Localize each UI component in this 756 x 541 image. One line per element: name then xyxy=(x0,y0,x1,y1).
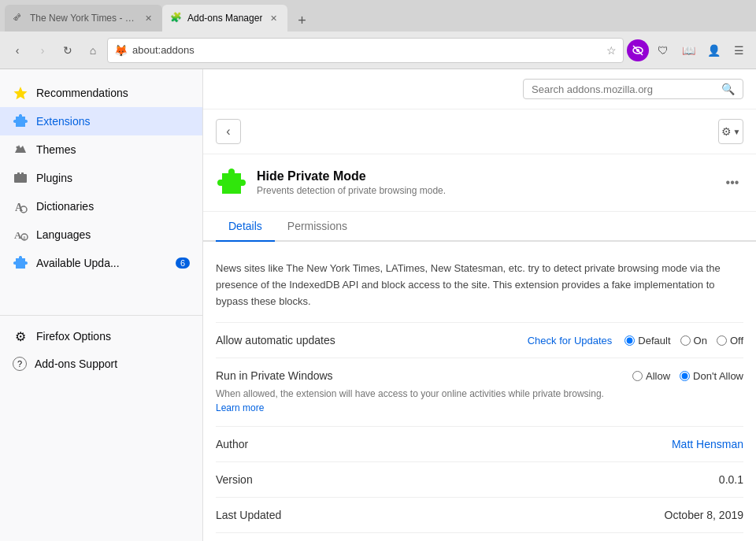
radio-allow-input[interactable] xyxy=(632,371,643,381)
author-label: Author xyxy=(216,438,248,450)
private-row: Run in Private Windows Allow Don't Allow xyxy=(216,369,743,382)
shield-icon[interactable]: 🛡 xyxy=(652,39,674,61)
allow-updates-row: Allow automatic updates Check for Update… xyxy=(216,323,743,358)
radio-allow-option[interactable]: Allow xyxy=(632,370,670,382)
tab-permissions[interactable]: Permissions xyxy=(275,212,360,242)
author-value[interactable]: Matt Hensman xyxy=(672,438,743,450)
sidebar-item-plugins[interactable]: Plugins xyxy=(0,164,202,192)
sidebar-dictionaries-label: Dictionaries xyxy=(36,200,94,213)
radio-on-input[interactable] xyxy=(680,335,691,346)
addon-name: Hide Private Mode xyxy=(257,169,712,183)
sidebar-themes-label: Themes xyxy=(36,143,76,156)
detail-header: ‹ ⚙ ▼ xyxy=(203,109,756,154)
learn-more-link[interactable]: Learn more xyxy=(216,402,264,413)
nyt-tab-close[interactable]: ✕ xyxy=(142,12,154,24)
tab-details[interactable]: Details xyxy=(216,212,275,242)
tab-bar: 🗞 The New York Times - Breaking ✕ 🧩 Add-… xyxy=(0,0,756,31)
content-area: Recommendations Extensions Themes xyxy=(0,69,756,541)
addons-tab[interactable]: 🧩 Add-ons Manager ✕ xyxy=(162,5,287,31)
plugins-icon xyxy=(13,170,28,186)
sidebar-item-languages[interactable]: A a Languages xyxy=(0,220,202,249)
recommendations-icon xyxy=(13,85,28,101)
radio-off-input[interactable] xyxy=(717,335,727,346)
nyt-tab-title: The New York Times - Breaking xyxy=(30,13,137,24)
firefox-options-icon: ⚙ xyxy=(13,328,28,344)
back-button-detail[interactable]: ‹ xyxy=(216,119,241,144)
search-icon: 🔍 xyxy=(721,83,735,95)
radio-allow-label: Allow xyxy=(646,370,670,382)
profile-icon[interactable]: 👤 xyxy=(702,39,724,61)
refresh-button[interactable]: ↻ xyxy=(57,39,79,61)
sidebar-available-updates-label: Available Upda... xyxy=(36,257,120,269)
gear-settings-button[interactable]: ⚙ ▼ xyxy=(718,119,743,144)
sidebar-item-recommendations[interactable]: Recommendations xyxy=(0,79,202,107)
sidebar-item-dictionaries[interactable]: A Dictionaries xyxy=(0,192,202,220)
svg-text:A: A xyxy=(15,202,24,213)
addon-icon xyxy=(216,167,247,198)
menu-button[interactable]: ☰ xyxy=(728,39,750,61)
sidebar-plugins-label: Plugins xyxy=(36,172,72,184)
sidebar-item-firefox-options[interactable]: ⚙ Firefox Options xyxy=(0,322,202,350)
last-updated-row: Last Updated October 8, 2019 xyxy=(216,498,743,533)
radio-on-option[interactable]: On xyxy=(680,335,707,346)
run-private-label: Run in Private Windows xyxy=(216,369,333,382)
check-updates-link[interactable]: Check for Updates xyxy=(528,335,613,346)
sidebar-item-available-updates[interactable]: Available Upda... 6 xyxy=(0,249,202,277)
last-updated-value: October 8, 2019 xyxy=(665,509,743,521)
radio-default-option[interactable]: Default xyxy=(624,335,670,346)
gear-dropdown-icon: ▼ xyxy=(733,128,741,136)
available-updates-icon xyxy=(13,255,28,271)
update-radio-group: Default On Off xyxy=(624,335,743,346)
radio-dontallow-option[interactable]: Don't Allow xyxy=(680,370,743,382)
radio-off-option[interactable]: Off xyxy=(717,335,743,346)
private-radio-group: Allow Don't Allow xyxy=(632,370,743,382)
forward-button[interactable]: › xyxy=(32,39,54,61)
languages-icon: A a xyxy=(13,227,28,243)
dictionaries-icon: A xyxy=(13,198,28,214)
private-note: When allowed, the extension will have ac… xyxy=(216,387,743,415)
sidebar-divider xyxy=(0,315,202,316)
nyt-favicon: 🗞 xyxy=(13,12,25,24)
sidebar-languages-label: Languages xyxy=(36,228,91,241)
browser-chrome: 🗞 The New York Times - Breaking ✕ 🧩 Add-… xyxy=(0,0,756,69)
firefox-icon: 🦊 xyxy=(114,44,128,57)
private-browsing-icon xyxy=(627,39,649,61)
sidebar-recommendations-label: Recommendations xyxy=(36,87,128,99)
radio-default-input[interactable] xyxy=(624,335,635,346)
radio-on-label: On xyxy=(694,335,707,346)
home-button[interactable]: ⌂ xyxy=(82,39,104,61)
nyt-tab[interactable]: 🗞 The New York Times - Breaking ✕ xyxy=(5,5,162,31)
addons-tab-close[interactable]: ✕ xyxy=(267,12,280,24)
bookmark-icon[interactable]: ☆ xyxy=(606,44,617,57)
sidebar-item-addons-support[interactable]: ? Add-ons Support xyxy=(0,350,202,377)
nav-bar: ‹ › ↻ ⌂ 🦊 about:addons ☆ 🛡 📖 👤 ☰ xyxy=(0,31,756,69)
author-row: Author Matt Hensman xyxy=(216,427,743,462)
back-button[interactable]: ‹ xyxy=(6,39,28,61)
allow-updates-label: Allow automatic updates xyxy=(216,334,335,346)
version-row: Version 0.0.1 xyxy=(216,462,743,498)
address-text: about:addons xyxy=(132,44,602,56)
reader-view-icon[interactable]: 📖 xyxy=(677,39,699,61)
more-options-button[interactable]: ••• xyxy=(721,172,743,194)
addon-search-input[interactable] xyxy=(532,83,717,95)
nav-icons: 🛡 📖 👤 ☰ xyxy=(627,39,750,61)
sidebar-item-extensions[interactable]: Extensions xyxy=(0,107,202,135)
svg-rect-6 xyxy=(17,172,20,175)
sidebar-addons-support-label: Add-ons Support xyxy=(35,358,117,370)
new-tab-button[interactable]: + xyxy=(291,9,313,31)
address-bar[interactable]: 🦊 about:addons ☆ xyxy=(107,38,624,63)
addon-name-area: Hide Private Mode Prevents detection of … xyxy=(257,169,712,196)
svg-point-4 xyxy=(17,146,19,149)
sidebar: Recommendations Extensions Themes xyxy=(0,69,203,541)
radio-dontallow-input[interactable] xyxy=(680,371,690,381)
addons-favicon: 🧩 xyxy=(170,12,183,24)
sidebar-item-themes[interactable]: Themes xyxy=(0,135,202,164)
addon-full-description: News sites like The New York Times, LATi… xyxy=(216,254,743,323)
updates-badge: 6 xyxy=(176,258,190,269)
extensions-icon xyxy=(13,113,28,129)
svg-rect-7 xyxy=(21,172,24,175)
radio-off-label: Off xyxy=(730,335,743,346)
addon-info: Hide Private Mode Prevents detection of … xyxy=(203,154,756,212)
addons-tab-title: Add-ons Manager xyxy=(187,13,262,24)
addon-search-container[interactable]: 🔍 xyxy=(523,79,743,99)
